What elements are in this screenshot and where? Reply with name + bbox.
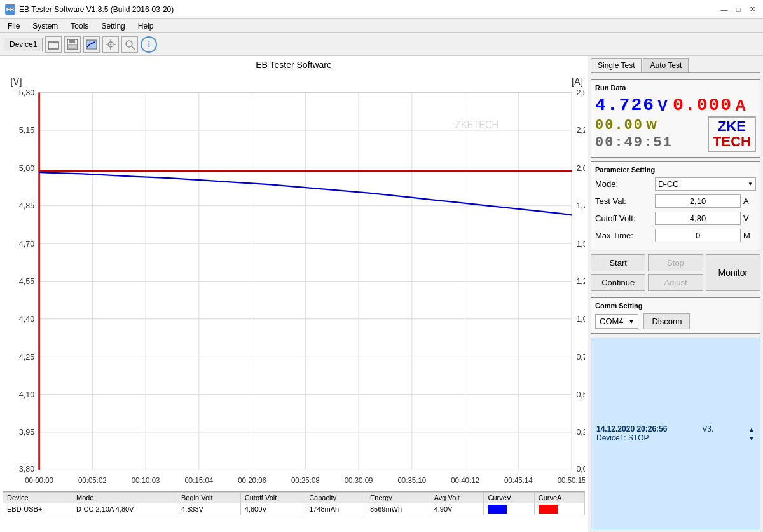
mode-dropdown[interactable]: D-CC ▼ [655,177,756,191]
power-display: 00.00 [595,118,643,133]
window-title: EB Tester Software V1.8.5 (Build 2016-03… [19,5,174,14]
svg-text:00:45:14: 00:45:14 [504,475,533,484]
chart-area: EB Tester Software [V] [A] [0,56,588,532]
run-data-panel: Run Data 4.726 V 0.000 A 00.00 W 00:49:5… [591,79,760,158]
menu-tools[interactable]: Tools [65,20,93,32]
menu-file[interactable]: File [3,20,25,32]
cell-energy: 8569mWh [366,503,430,515]
curvea-swatch [539,505,558,514]
svg-text:5,30: 5,30 [19,88,34,97]
svg-rect-5 [86,40,97,49]
minimize-button[interactable]: — [718,4,730,15]
device-tab[interactable]: Device1 [4,38,43,51]
svg-text:5,15: 5,15 [19,125,34,135]
tab-auto-test[interactable]: Auto Test [643,58,689,72]
scroll-up-arrow[interactable]: ▲ [748,426,755,433]
menu-setting[interactable]: Setting [96,20,130,32]
chart-title: EB Tester Software [3,60,585,70]
svg-rect-1 [48,41,52,43]
col-avg-volt: Avg Volt [430,493,484,503]
cutoff-volt-label: Cutoff Volt: [595,214,652,223]
zke-text: ZKE [713,119,751,134]
zke-logo: ZKE TECH [708,116,756,152]
port-select[interactable]: COM4 ▼ [595,314,638,329]
title-bar-controls[interactable]: — □ ✕ [718,4,758,15]
col-curvev: CurveV [484,493,534,503]
svg-point-7 [110,43,112,45]
voltage-unit: V [657,97,668,114]
cell-cutoff-volt: 4,800V [240,503,305,515]
svg-text:4,25: 4,25 [19,351,34,361]
mode-row: Mode: D-CC ▼ [595,177,756,191]
cell-mode: D-CC 2,10A 4,80V [72,503,177,515]
monitor-button[interactable]: Monitor [706,254,760,291]
disconn-button[interactable]: Disconn [643,313,690,329]
save-button[interactable] [64,36,81,53]
cutoff-volt-input[interactable] [655,212,741,225]
mode-value: D-CC [658,179,679,189]
chart-svg: [V] [A] [3,71,585,491]
port-dropdown-arrow: ▼ [629,318,635,325]
svg-text:1,25: 1,25 [576,276,585,286]
right-panel: Single Test Auto Test Run Data 4.726 V 0… [588,56,763,532]
time-display: 00:49:51 [595,135,673,151]
parameter-setting-title: Parameter Setting [595,166,756,174]
tech-text: TECH [713,134,751,149]
test-val-unit: A [743,196,756,206]
current-display: 0.000 [673,95,732,115]
settings-button[interactable] [102,36,119,53]
menu-system[interactable]: System [27,20,63,32]
mode-label: Mode: [595,179,652,189]
status-bar: 14.12.2020 20:26:56 V3. ▲ Device1: STOP … [591,338,760,529]
svg-text:00:05:02: 00:05:02 [78,475,107,484]
chart-container: [V] [A] [3,71,585,491]
cutoff-volt-unit: V [743,214,756,223]
max-time-input[interactable] [655,229,741,242]
svg-text:[V]: [V] [11,76,22,88]
power-time-row: 00.00 W 00:49:51 ZKE TECH [595,116,756,152]
cutoff-volt-row: Cutoff Volt: V [595,212,756,225]
title-bar: EB EB Tester Software V1.8.5 (Build 2016… [0,0,763,19]
tab-bar: Single Test Auto Test [591,58,760,73]
app-icon: EB [5,4,15,15]
svg-rect-4 [69,44,76,49]
info-button[interactable]: i [141,36,157,53]
test-val-input[interactable] [655,194,741,208]
svg-text:00:15:04: 00:15:04 [184,475,213,484]
start-button[interactable]: Start [591,254,645,271]
svg-text:0,00: 0,00 [576,463,585,473]
svg-line-13 [132,46,135,50]
open-button[interactable] [45,36,62,53]
stop-button[interactable]: Stop [648,254,703,271]
maximize-button[interactable]: □ [732,4,744,15]
cell-device: EBD-USB+ [3,503,72,515]
close-button[interactable]: ✕ [746,4,758,15]
scroll-down-arrow[interactable]: ▼ [748,435,755,442]
svg-text:00:35:10: 00:35:10 [397,475,426,484]
svg-text:0,75: 0,75 [576,351,585,361]
continue-button[interactable]: Continue [591,274,645,291]
tab-single-test[interactable]: Single Test [591,58,642,72]
port-value: COM4 [600,317,624,326]
chart-button[interactable] [83,36,100,53]
adjust-button[interactable]: Adjust [648,274,703,291]
svg-text:00:50:15: 00:50:15 [558,475,585,484]
action-buttons: Start Stop Monitor Continue Adjust [591,254,760,291]
svg-text:2,25: 2,25 [576,125,585,135]
run-data-title: Run Data [595,84,756,92]
svg-text:4,55: 4,55 [19,276,34,286]
col-mode: Mode [72,493,177,503]
cell-capacity: 1748mAh [305,503,366,515]
svg-text:00:10:03: 00:10:03 [132,475,160,484]
search-button[interactable] [121,36,138,53]
status-device: Device1: STOP [596,433,649,442]
svg-rect-0 [48,42,58,49]
menu-help[interactable]: Help [133,20,159,32]
menu-bar: File System Tools Setting Help [0,19,763,33]
svg-text:2,50: 2,50 [576,88,585,97]
col-begin-volt: Begin Volt [177,493,241,503]
svg-text:0,50: 0,50 [576,390,585,399]
max-time-label: Max Time: [595,231,652,240]
svg-text:3,80: 3,80 [19,463,34,473]
svg-point-12 [126,41,132,47]
